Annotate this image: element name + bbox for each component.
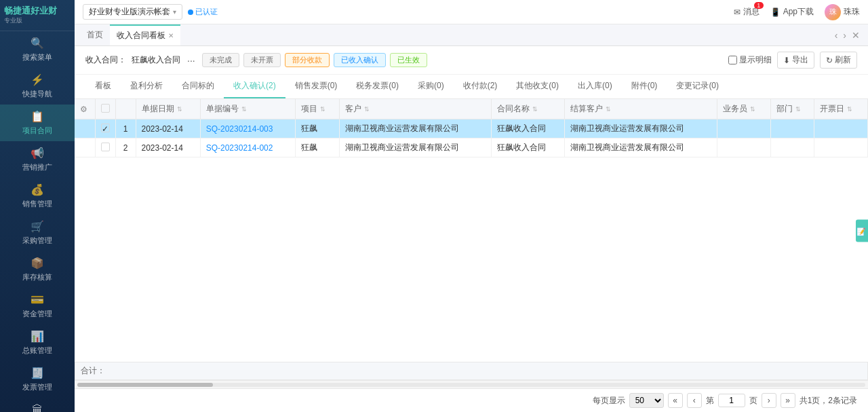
page-suffix: 页 [749, 395, 757, 407]
per-page-select[interactable]: 50 100 200 [629, 393, 664, 408]
tab-next-button[interactable]: › [840, 30, 849, 41]
cell-closing_customer: 湖南卫视商业运营发展有限公司 [565, 119, 717, 138]
sidebar-icon: 📋 [31, 110, 44, 124]
contract-name: 狂飙收入合同 [132, 54, 180, 66]
contract-title: 收入合同： 狂飙收入合同 [85, 54, 180, 66]
nav-tab-9[interactable]: 出入库(0) [568, 75, 622, 98]
col-header-number[interactable]: 单据编号⇅ [200, 99, 296, 119]
user-menu[interactable]: 珠 珠珠 [825, 4, 860, 20]
sidebar-item-搜索菜单[interactable]: 🔍搜索菜单 [0, 31, 75, 68]
table-row[interactable]: 22023-02-14SQ-20230214-002狂飙湖南卫视商业运营发展有限… [75, 138, 868, 157]
scroll-track [77, 383, 865, 387]
status-btn-1[interactable]: 未开票 [243, 53, 281, 67]
col-header-date[interactable]: 单据日期⇅ [136, 99, 200, 119]
record-link[interactable]: SQ-20230214-002 [206, 143, 273, 153]
cell-date: 2023-02-14 [136, 119, 200, 138]
more-button[interactable]: ··· [187, 55, 195, 66]
right-note-button[interactable]: 📝 [856, 219, 868, 242]
sort-icon: ⇅ [320, 106, 326, 113]
cell-index: 2 [115, 138, 136, 157]
sidebar-icon: 💰 [31, 183, 44, 197]
sidebar-item-快捷导航[interactable]: ⚡快捷导航 [0, 68, 75, 105]
certified-badge: 已认证 [188, 7, 218, 17]
col-header-closing_customer[interactable]: 结算客户⇅ [565, 99, 717, 119]
status-btn-2[interactable]: 部分收款 [285, 53, 330, 67]
certified-label: 已认证 [195, 7, 218, 17]
sidebar-item-资金管理[interactable]: 💳资金管理 [0, 288, 75, 324]
col-header-contract_name[interactable]: 合同名称⇅ [492, 99, 565, 119]
table-row[interactable]: ✓12023-02-14SQ-20230214-003狂飙湖南卫视商业运营发展有… [75, 119, 868, 138]
tab-0[interactable]: 首页 [80, 25, 110, 45]
cell-setting [75, 119, 95, 138]
prev-page-button[interactable]: ‹ [687, 393, 702, 408]
tab-1[interactable]: 收入合同看板✕ [110, 24, 180, 45]
sidebar-item-库存核算[interactable]: 📦库存核算 [0, 251, 75, 288]
sidebar-icon: 💳 [31, 293, 44, 307]
sidebar-item-税务管理[interactable]: 🏛税务管理 [0, 398, 75, 412]
col-header-department[interactable]: 部门⇅ [770, 99, 814, 119]
col-header-invoice_date[interactable]: 开票日⇅ [814, 99, 868, 119]
sidebar-item-总账管理[interactable]: 📊总账管理 [0, 324, 75, 361]
sidebar-item-发票管理[interactable]: 🧾发票管理 [0, 361, 75, 398]
nav-tab-0[interactable]: 看板 [85, 75, 121, 98]
scroll-thumb[interactable] [77, 383, 213, 387]
status-btn-4[interactable]: 已生效 [390, 53, 427, 67]
company-selector[interactable]: 好业财专业版演示帐套 ▾ [83, 4, 182, 20]
next-page-button[interactable]: › [762, 393, 776, 408]
tab-close-all-button[interactable]: ✕ [849, 30, 863, 41]
cell-date: 2023-02-14 [136, 138, 200, 157]
sidebar-item-采购管理[interactable]: 🛒采购管理 [0, 214, 75, 251]
nav-tab-2[interactable]: 合同标的 [172, 75, 224, 98]
app-download-button[interactable]: 📱 App下载 [770, 6, 814, 18]
sidebar-label: 库存核算 [22, 272, 52, 282]
row-checkbox[interactable]: ✓ [101, 124, 110, 132]
export-icon: ⬇ [783, 56, 790, 65]
nav-tab-10[interactable]: 附件(0) [622, 75, 667, 98]
contract-prefix: 收入合同： [85, 54, 126, 66]
nav-tab-11[interactable]: 变更记录(0) [667, 75, 728, 98]
message-button[interactable]: ✉ 1 消息 [734, 6, 760, 18]
row-checkbox[interactable] [101, 143, 110, 151]
status-btn-3[interactable]: 已收入确认 [334, 53, 386, 67]
sidebar-item-营销推广[interactable]: 📢营销推广 [0, 141, 75, 178]
nav-tab-1[interactable]: 盈利分析 [121, 75, 172, 98]
col-header-customer[interactable]: 客户⇅ [339, 99, 492, 119]
cell-index: 1 [115, 119, 136, 138]
nav-tab-3[interactable]: 收入确认(2) [224, 75, 285, 98]
select-all-checkbox[interactable] [101, 104, 110, 113]
page-input[interactable] [718, 394, 745, 407]
horizontal-scrollbar[interactable] [75, 380, 868, 388]
app-download-label: App下载 [783, 6, 814, 18]
col-header-salesperson[interactable]: 业务员⇅ [717, 99, 770, 119]
col-header-project[interactable]: 项目⇅ [296, 99, 339, 119]
nav-tab-5[interactable]: 税务发票(0) [347, 75, 408, 98]
first-page-button[interactable]: « [668, 393, 683, 408]
show-detail-checkbox[interactable] [728, 56, 737, 64]
cell-number: SQ-20230214-002 [200, 138, 296, 157]
sort-icon: ⇅ [241, 106, 247, 113]
sidebar-item-销售管理[interactable]: 💰销售管理 [0, 178, 75, 214]
tab-close-icon[interactable]: ✕ [168, 32, 174, 39]
refresh-button[interactable]: ↻ 刷新 [820, 52, 857, 69]
show-detail-toggle[interactable]: 显示明细 [728, 54, 772, 66]
sidebar-label: 资金管理 [22, 309, 52, 319]
sidebar-item-项目合同[interactable]: 📋项目合同 [0, 105, 75, 141]
settings-icon[interactable]: ⚙ [80, 105, 87, 114]
status-btn-0[interactable]: 未完成 [202, 53, 239, 67]
cell-invoice_date [814, 138, 868, 157]
record-link[interactable]: SQ-20230214-003 [206, 124, 273, 134]
sort-icon: ⇅ [606, 106, 611, 113]
export-button[interactable]: ⬇ 导出 [777, 52, 814, 69]
pagination-footer: 每页显示 50 100 200 « ‹ 第 页 › » 共1页，2条记录 [75, 388, 868, 412]
table-container[interactable]: ⚙单据日期⇅单据编号⇅项目⇅客户⇅合同名称⇅结算客户⇅业务员⇅部门⇅开票日⇅ ✓… [75, 99, 868, 362]
nav-tab-6[interactable]: 采购(0) [408, 75, 454, 98]
nav-tab-4[interactable]: 销售发票(0) [285, 75, 347, 98]
cell-department [770, 119, 814, 138]
tab-prev-button[interactable]: ‹ [832, 30, 841, 41]
last-page-button[interactable]: » [781, 393, 795, 408]
contract-actions: 显示明细 ⬇ 导出 ↻ 刷新 [728, 52, 857, 69]
cell-check [95, 138, 115, 157]
nav-tab-8[interactable]: 其他收支(0) [507, 75, 568, 98]
logo-text: 畅捷通好业财 [4, 5, 71, 16]
nav-tab-7[interactable]: 收付款(2) [454, 75, 507, 98]
